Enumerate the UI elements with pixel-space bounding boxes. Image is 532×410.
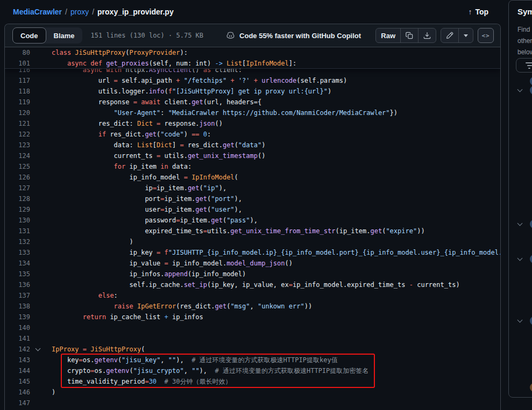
fold-gutter: [30, 247, 47, 258]
raw-button[interactable]: Raw: [376, 28, 400, 42]
line-number[interactable]: 117: [5, 75, 30, 86]
line-number[interactable]: 132: [5, 236, 30, 247]
breadcrumb-folder-link[interactable]: proxy: [70, 8, 89, 16]
line-number[interactable]: 143: [5, 355, 30, 365]
breadcrumb-file-name: proxy_ip_provider.py: [97, 8, 174, 16]
file-meta-info: 151 lines (130 loc) · 5.75 KB: [91, 32, 204, 39]
line-number[interactable]: 123: [5, 140, 30, 150]
line-number[interactable]: 135: [5, 269, 30, 279]
code-symbols-icon: <>: [481, 32, 490, 39]
line-number[interactable]: 145: [5, 376, 30, 387]
line-number[interactable]: 120: [5, 107, 30, 118]
download-button[interactable]: [418, 28, 436, 42]
symbols-panel-toggle-button[interactable]: <>: [478, 28, 494, 43]
breadcrumb-repo-link[interactable]: MediaCrawler: [13, 8, 62, 16]
chevron-down-icon[interactable]: [517, 87, 523, 92]
fold-gutter: [30, 75, 47, 86]
copy-button[interactable]: [400, 28, 418, 42]
code-line: 130 password=ip_item.get("pass"),: [5, 215, 500, 226]
line-number[interactable]: 147: [5, 398, 30, 408]
chevron-down-icon[interactable]: [36, 346, 41, 351]
code-viewer: 116 async with httpx.AsyncClient() as cl…: [5, 47, 500, 410]
line-number[interactable]: 133: [5, 247, 30, 258]
symbols-filter-button[interactable]: [516, 58, 532, 73]
fold-gutter: [30, 365, 47, 376]
line-number[interactable]: 144: [5, 365, 30, 376]
chevron-down-icon[interactable]: [517, 318, 523, 323]
line-number[interactable]: 127: [5, 183, 30, 193]
code-line: 120 "User-Agent": "MediaCrawler https://…: [5, 107, 500, 118]
code-line: 132 ): [5, 236, 500, 247]
symbols-sidebar: Symbols Findotherbelow: [508, 0, 532, 398]
fold-gutter: [30, 161, 47, 172]
line-number[interactable]: 124: [5, 150, 30, 161]
fold-gutter: [30, 322, 47, 333]
line-number[interactable]: 121: [5, 118, 30, 129]
code-line: 131 expired_time_ts=utils.get_unix_time_…: [5, 226, 500, 236]
symbol-pill[interactable]: [530, 383, 532, 392]
line-number[interactable]: 139: [5, 312, 30, 322]
line-number[interactable]: 142: [5, 344, 30, 355]
code-text: ): [52, 236, 133, 247]
chevron-down-icon[interactable]: [517, 221, 523, 226]
line-number[interactable]: 141: [5, 333, 30, 344]
symbol-pill[interactable]: [530, 220, 532, 228]
tab-code[interactable]: Code: [12, 27, 46, 44]
symbol-pill[interactable]: [530, 255, 532, 263]
copilot-banner[interactable]: Code 55% faster with GitHub Copilot: [226, 31, 361, 40]
edit-dropdown-button[interactable]: [458, 28, 473, 42]
line-number[interactable]: 80: [5, 47, 30, 58]
code-line: 144 crypto=os.getenv("jisu_crypto", ""),…: [5, 365, 500, 376]
symbol-pill[interactable]: [530, 86, 532, 95]
code-line: 135 ip_infos.append(ip_info_model): [5, 269, 500, 279]
code-text: ip_infos.append(ip_info_model): [52, 269, 246, 279]
line-number[interactable]: 140: [5, 322, 30, 333]
line-number[interactable]: 137: [5, 290, 30, 301]
line-number[interactable]: 118: [5, 86, 30, 97]
description-line: below: [517, 47, 532, 58]
chevron-down-icon[interactable]: [517, 256, 523, 261]
line-number[interactable]: 101: [5, 58, 30, 69]
code-line: 136 self.ip_cache.set_ip(ip_key, ip_valu…: [5, 279, 500, 290]
code-text: for ip_item in data:: [52, 161, 191, 172]
line-number[interactable]: 138: [5, 301, 30, 312]
description-line: other: [517, 35, 532, 47]
line-number[interactable]: 126: [5, 172, 30, 183]
edit-button[interactable]: [441, 28, 458, 42]
copilot-banner-label: Code 55% faster with GitHub Copilot: [239, 32, 361, 40]
symbols-panel-description: Findotherbelow: [517, 24, 532, 58]
fold-gutter: [30, 204, 47, 215]
fold-gutter: [30, 183, 47, 193]
fold-gutter: [30, 269, 47, 279]
code-line: 80class JiSuHttpProxy(ProxyProvider):: [5, 47, 500, 58]
line-number[interactable]: 131: [5, 226, 30, 236]
symbol-pill[interactable]: [530, 77, 532, 85]
line-number[interactable]: 125: [5, 161, 30, 172]
code-text: if res_dict.get("code") == 0:: [52, 129, 211, 140]
line-number[interactable]: 130: [5, 215, 30, 226]
code-text: key=os.getenv("jisu_key", ""), # 通过环境变量的…: [52, 355, 338, 365]
symbol-pill[interactable]: [530, 317, 532, 325]
line-number[interactable]: 129: [5, 204, 30, 215]
code-text: ip_value = ip_info_model.model_dump_json…: [52, 258, 293, 269]
code-text: return ip_cache_list + ip_infos: [52, 312, 203, 322]
line-number[interactable]: 119: [5, 97, 30, 107]
fold-gutter: [30, 140, 47, 150]
back-to-top-link[interactable]: ↑ Top: [468, 0, 488, 24]
line-number[interactable]: 128: [5, 193, 30, 204]
code-text: current_ts = utils.get_unix_timestamp(): [52, 150, 265, 161]
fold-gutter: [30, 97, 47, 107]
code-text: "User-Agent": "MediaCrawler https://gith…: [52, 107, 398, 118]
breadcrumb: MediaCrawler / proxy / proxy_ip_provider…: [13, 0, 174, 24]
line-number[interactable]: 136: [5, 279, 30, 290]
line-number[interactable]: 122: [5, 129, 30, 140]
tab-blame[interactable]: Blame: [46, 27, 82, 44]
code-text: time_validity_period=30 # 30分钟（最长时效）: [52, 376, 231, 387]
code-line: 140: [5, 322, 500, 333]
code-line: 125 for ip_item in data:: [5, 161, 500, 172]
fold-gutter: [30, 290, 47, 301]
code-text: class JiSuHttpProxy(ProxyProvider):: [52, 47, 188, 58]
line-number[interactable]: 134: [5, 258, 30, 269]
line-number[interactable]: 146: [5, 387, 30, 398]
code-text: user=ip_item.get("user"),: [52, 204, 242, 215]
